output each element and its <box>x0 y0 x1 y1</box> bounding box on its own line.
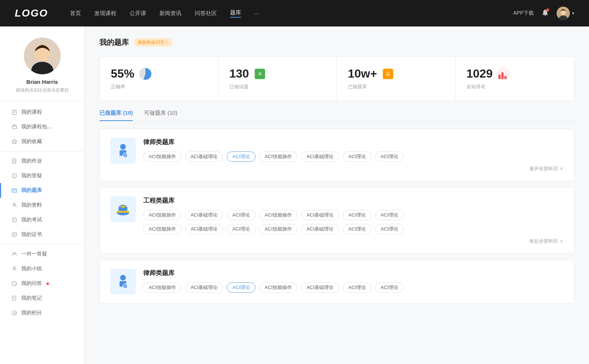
tag-1b-1[interactable]: ACI基础理论 <box>185 224 223 234</box>
homework-icon <box>11 158 18 164</box>
tag-2-1[interactable]: ACI基础理论 <box>185 282 223 293</box>
package-icon <box>11 124 18 130</box>
sidebar-item-package[interactable]: 我的课程包... <box>0 119 84 134</box>
nav-discover[interactable]: 发现课程 <box>94 10 116 17</box>
sidebar-item-label-profile: 我的资料 <box>21 202 42 208</box>
nav-news[interactable]: 新闻资讯 <box>159 10 181 17</box>
qa-badge <box>46 282 49 285</box>
tags-row-1-2: ACI技能操作 ACI基础理论 ACI理论 ACI技能操作 ACI基础理论 AC… <box>143 224 564 234</box>
sidebar-item-bank[interactable]: 我的题库 <box>0 183 84 198</box>
sidebar-item-label-1to1: 一对一答疑 <box>21 251 47 257</box>
bank-name-2: 律师类题库 <box>143 269 564 277</box>
tag-0-5[interactable]: ACI理论 <box>343 151 371 162</box>
tag-1-3[interactable]: ACI技能操作 <box>259 210 297 220</box>
tag-0-6[interactable]: ACI理论 <box>375 151 404 162</box>
stat-value-rank: 1029 <box>466 67 493 81</box>
done-questions-icon: ≡ <box>253 67 267 81</box>
svg-rect-43 <box>121 206 125 208</box>
sidebar-item-homework[interactable]: 我的作业 <box>0 154 84 168</box>
tag-1-5[interactable]: ACI理论 <box>343 210 371 220</box>
sidebar-item-myqa[interactable]: ? 我的问答 <box>0 276 84 291</box>
tag-1-6[interactable]: ACI理论 <box>375 210 404 220</box>
one-icon <box>11 251 18 257</box>
sidebar-item-favorites[interactable]: 我的收藏 <box>0 134 84 149</box>
svg-marker-12 <box>12 139 17 144</box>
bank-name-0: 律师类题库 <box>143 138 564 146</box>
sidebar-item-group[interactable]: 我的小组 <box>0 261 84 276</box>
expand-link-0[interactable]: 展开全部科目 ∨ <box>143 165 564 172</box>
list-icon: ☰ <box>383 69 393 79</box>
sidebar-item-note[interactable]: 我的笔记 <box>0 291 84 306</box>
tag-1-4[interactable]: ACI基础理论 <box>301 210 339 220</box>
tag-1b-6[interactable]: ACI理论 <box>375 224 404 234</box>
main-content: 我的题库 体验剩余23天！ 55% 正确率 130 ≡ <box>85 26 589 364</box>
tag-1-2[interactable]: ACI理论 <box>227 210 255 220</box>
stat-label-rank: 全站排名 <box>466 83 563 90</box>
nav-open[interactable]: 公开课 <box>130 10 146 17</box>
svg-point-28 <box>15 253 16 254</box>
tag-0-2[interactable]: ACI理论 <box>227 151 255 162</box>
sidebar-item-label-exam: 我的考试 <box>21 217 42 223</box>
tag-2-0[interactable]: ACI技能操作 <box>143 282 181 293</box>
tag-1b-3[interactable]: ACI技能操作 <box>259 224 297 234</box>
tag-2-2[interactable]: ACI理论 <box>227 282 255 293</box>
sidebar-item-profile[interactable]: 我的资料 <box>0 198 84 213</box>
stat-label-banks: 已做题库 <box>348 83 444 90</box>
sidebar-item-label-cert: 我的证书 <box>21 231 42 238</box>
collapse-link-1[interactable]: 收起全部科目 ∧ <box>143 238 564 245</box>
nav-more[interactable]: ··· <box>254 10 259 17</box>
svg-point-39 <box>123 153 127 157</box>
page-title: 我的题库 <box>99 38 129 47</box>
tag-1-0[interactable]: ACI技能操作 <box>143 210 181 220</box>
tag-0-1[interactable]: ACI基础理论 <box>185 151 223 162</box>
tag-2-4[interactable]: ACI基础理论 <box>301 282 339 293</box>
sidebar-item-label-course: 我的课程 <box>21 109 42 115</box>
tag-0-3[interactable]: ACI技能操作 <box>259 151 297 162</box>
nav-bank[interactable]: 题库 <box>230 9 241 18</box>
user-avatar-menu[interactable]: ▾ <box>557 7 574 20</box>
chevron-down-icon: ▾ <box>572 11 574 16</box>
tab-done-banks[interactable]: 已做题库 (10) <box>99 110 133 121</box>
sidebar-item-label-group: 我的小组 <box>21 265 42 272</box>
nav-qa[interactable]: 问答社区 <box>195 10 217 17</box>
tag-1b-0[interactable]: ACI技能操作 <box>143 224 181 234</box>
stat-top-rank: 1029 <box>466 67 563 81</box>
logo[interactable]: LOGO <box>15 7 48 19</box>
tag-1b-4[interactable]: ACI基础理论 <box>301 224 339 234</box>
sidebar-item-course[interactable]: 我的课程 <box>0 105 84 119</box>
sidebar-item-label-myqa: 我的问答 <box>21 280 42 287</box>
sidebar-item-cert[interactable]: 我的证书 <box>0 227 84 242</box>
svg-point-21 <box>13 203 15 205</box>
data-icon <box>11 202 18 208</box>
notification-bell[interactable] <box>541 8 549 18</box>
tag-0-0[interactable]: ACI技能操作 <box>143 151 181 162</box>
svg-point-46 <box>123 284 127 288</box>
stat-top-done: 130 ≡ <box>229 67 325 81</box>
stats-row: 55% 正确率 130 ≡ 已做试题 10w+ <box>99 56 574 101</box>
course-icon <box>11 109 18 115</box>
sidebar-item-label-homework: 我的作业 <box>21 158 42 164</box>
nav-home[interactable]: 首页 <box>70 10 81 17</box>
bank-info-1: 工程类题库 ACI技能操作 ACI基础理论 ACI理论 ACI技能操作 ACI基… <box>143 196 564 245</box>
menu-divider-1 <box>0 151 84 151</box>
tab-available-banks[interactable]: 可做题库 (10) <box>144 110 177 121</box>
tag-2-3[interactable]: ACI技能操作 <box>259 282 297 293</box>
bank-card-2: 律师类题库 ACI技能操作 ACI基础理论 ACI理论 ACI技能操作 ACI基… <box>99 260 574 304</box>
sidebar-item-1to1[interactable]: 一对一答疑 <box>0 247 84 261</box>
tag-2-5[interactable]: ACI理论 <box>343 282 371 293</box>
sidebar-item-label-note: 我的笔记 <box>21 295 42 301</box>
svg-point-27 <box>13 253 14 254</box>
tag-2-6[interactable]: ACI理论 <box>375 282 404 293</box>
stat-label-accuracy: 正确率 <box>111 83 207 90</box>
tag-1b-2[interactable]: ACI理论 <box>227 224 255 234</box>
sidebar-item-qna[interactable]: ? 我的答疑 <box>0 168 84 183</box>
sidebar-item-points[interactable]: 积 我的积分 <box>0 306 84 320</box>
app-download-button[interactable]: APP下载 <box>513 10 534 17</box>
tag-1-1[interactable]: ACI基础理论 <box>185 210 223 220</box>
tag-0-4[interactable]: ACI基础理论 <box>301 151 339 162</box>
bank-info-2: 律师类题库 ACI技能操作 ACI基础理论 ACI理论 ACI技能操作 ACI基… <box>143 269 564 293</box>
sidebar-item-exam[interactable]: 我的考试 <box>0 213 84 227</box>
sidebar: Brian Harris 错误的决定比没有决定要好 我的课程 我的课程包... <box>0 26 85 364</box>
svg-point-29 <box>13 267 15 268</box>
tag-1b-5[interactable]: ACI理论 <box>343 224 371 234</box>
